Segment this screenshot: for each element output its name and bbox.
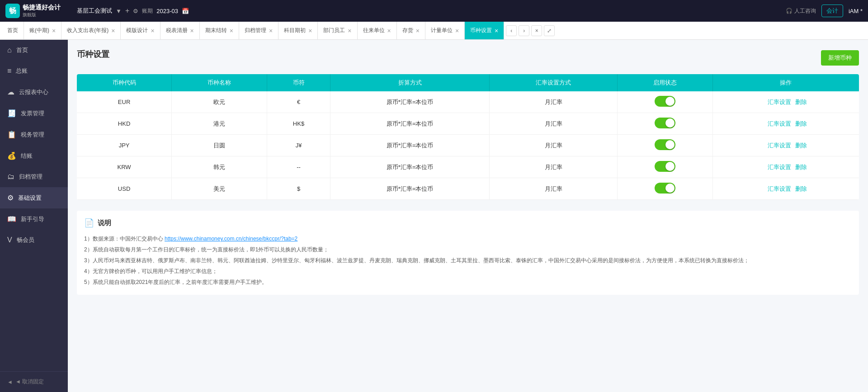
delete-link[interactable]: 删除 bbox=[795, 142, 807, 149]
tab-unit[interactable]: 计量单位 × bbox=[425, 22, 465, 40]
sidebar-item-ledger[interactable]: ≡ 总账 bbox=[0, 61, 68, 81]
tab-home[interactable]: 首页 bbox=[2, 22, 24, 40]
delete-link[interactable]: 删除 bbox=[795, 185, 807, 192]
tab-currency[interactable]: 币种设置 × bbox=[465, 22, 504, 40]
tab-taxform[interactable]: 税表清册 × bbox=[160, 22, 200, 40]
rate-setting-link[interactable]: 汇率设置 bbox=[768, 164, 791, 170]
tab-archive-close[interactable]: × bbox=[269, 27, 273, 34]
delete-link[interactable]: 删除 bbox=[795, 164, 807, 170]
tab-archive[interactable]: 归档管理 × bbox=[239, 22, 278, 40]
ledger-icon: ≡ bbox=[7, 67, 11, 75]
tab-income[interactable]: 收入支出表(年报) × bbox=[61, 22, 121, 40]
rate-setting-link[interactable]: 汇率设置 bbox=[768, 99, 791, 105]
consult-btn[interactable]: 🎧 人工咨询 bbox=[786, 7, 816, 15]
tab-income-label: 收入支出表(年报) bbox=[67, 27, 108, 34]
cell-name: 欧元 bbox=[172, 91, 267, 113]
delete-link[interactable]: 删除 bbox=[795, 99, 807, 105]
tab-inventory[interactable]: 存货 × bbox=[397, 22, 425, 40]
member-icon: V bbox=[7, 236, 12, 244]
new-currency-btn[interactable]: 新增币种 bbox=[821, 50, 859, 66]
tab-inventory-close[interactable]: × bbox=[416, 27, 420, 34]
tab-period-end[interactable]: 期末结转 × bbox=[200, 22, 239, 40]
topbar-center: 基层工会测试 ▼ + ⚙ 账期 2023-03 📅 bbox=[77, 7, 782, 15]
sidebar-item-settings[interactable]: ⚙ 基础设置 bbox=[0, 187, 68, 208]
toggle-switch[interactable] bbox=[655, 139, 675, 150]
sidebar-item-invoice[interactable]: 🧾 发票管理 bbox=[0, 103, 68, 124]
tab-ledger[interactable]: 账(中期) × bbox=[24, 22, 61, 40]
home-icon: ⌂ bbox=[7, 46, 12, 54]
tab-customer-close[interactable]: × bbox=[387, 27, 391, 34]
rate-setting-link[interactable]: 汇率设置 bbox=[768, 185, 791, 192]
tab-navigation: ‹ › × ⤢ bbox=[506, 25, 555, 36]
cell-name: 韩元 bbox=[172, 156, 267, 178]
tab-customer[interactable]: 往来单位 × bbox=[358, 22, 397, 40]
sidebar-tax-label: 税务管理 bbox=[21, 131, 44, 139]
company-dropdown[interactable]: ▼ bbox=[116, 8, 122, 14]
toggle-switch[interactable] bbox=[655, 161, 675, 172]
sidebar: ⌂ 首页 ≡ 总账 ☁ 云报表中心 🧾 发票管理 📋 税务管理 💰 结账 🗂 归… bbox=[0, 40, 68, 392]
rate-setting-link[interactable]: 汇率设置 bbox=[768, 142, 791, 149]
cell-symbol: -- bbox=[267, 156, 330, 178]
tab-next-btn[interactable]: › bbox=[519, 25, 529, 36]
cell-calc: 原币*汇率=本位币 bbox=[330, 113, 490, 135]
tab-template-close[interactable]: × bbox=[151, 27, 154, 34]
tab-income-close[interactable]: × bbox=[111, 27, 115, 34]
tab-ledger-close[interactable]: × bbox=[52, 27, 56, 34]
company-name: 基层工会测试 bbox=[77, 7, 112, 15]
sidebar-item-member[interactable]: V 畅会员 bbox=[0, 230, 68, 250]
toggle-switch[interactable] bbox=[655, 183, 675, 194]
tab-currency-label: 币种设置 bbox=[470, 27, 492, 34]
tab-unit-close[interactable]: × bbox=[455, 27, 459, 34]
sidebar-item-cloud[interactable]: ☁ 云报表中心 bbox=[0, 81, 68, 103]
invoice-icon: 🧾 bbox=[7, 109, 16, 118]
tab-subject[interactable]: 科目期初 × bbox=[278, 22, 318, 40]
toggle-switch[interactable] bbox=[655, 118, 675, 128]
cell-rate-type: 月汇率 bbox=[490, 113, 617, 135]
cell-status bbox=[617, 178, 712, 200]
tab-period-end-close[interactable]: × bbox=[230, 27, 233, 34]
tab-dept[interactable]: 部门员工 × bbox=[318, 22, 357, 40]
tab-taxform-close[interactable]: × bbox=[190, 27, 194, 34]
calendar-icon[interactable]: 📅 bbox=[182, 8, 189, 14]
table-row: HKD 港元 HK$ 原币*汇率=本位币 月汇率 汇率设置 删除 bbox=[77, 113, 859, 135]
sidebar-guide-label: 新手引导 bbox=[21, 215, 44, 223]
toggle-switch[interactable] bbox=[655, 96, 675, 107]
rate-setting-link[interactable]: 汇率设置 bbox=[768, 120, 791, 127]
cell-name: 日圆 bbox=[172, 135, 267, 156]
th-code: 币种代码 bbox=[77, 74, 172, 91]
tab-inventory-label: 存货 bbox=[402, 27, 413, 34]
content-inner: 币种设置 新增币种 币种代码 币种名称 币符 折算方式 汇率设置方式 启用状态 … bbox=[68, 40, 868, 304]
notes-link[interactable]: https://www.chinamoney.com.cn/chinese/bk… bbox=[165, 236, 297, 242]
add-tab-btn[interactable]: + bbox=[125, 7, 129, 15]
tab-close-all-btn[interactable]: × bbox=[531, 25, 542, 36]
tax-icon: 📋 bbox=[7, 130, 16, 139]
sidebar-item-checkout[interactable]: 💰 结账 bbox=[0, 145, 68, 166]
tab-subject-close[interactable]: × bbox=[308, 27, 312, 34]
tab-template-label: 模版设计 bbox=[126, 27, 148, 34]
sidebar-invoice-label: 发票管理 bbox=[21, 109, 44, 118]
sidebar-item-home[interactable]: ⌂ 首页 bbox=[0, 40, 68, 61]
table-row: USD 美元 $ 原币*汇率=本位币 月汇率 汇率设置 删除 bbox=[77, 178, 859, 200]
tab-dept-label: 部门员工 bbox=[323, 27, 345, 34]
cell-code: KRW bbox=[77, 156, 172, 178]
sidebar-item-archive[interactable]: 🗂 归档管理 bbox=[0, 166, 68, 187]
delete-link[interactable]: 删除 bbox=[795, 120, 807, 127]
cell-rate-type: 月汇率 bbox=[490, 156, 617, 178]
tab-dept-close[interactable]: × bbox=[348, 27, 351, 34]
main-layout: ⌂ 首页 ≡ 总账 ☁ 云报表中心 🧾 发票管理 📋 税务管理 💰 结账 🗂 归… bbox=[0, 40, 868, 392]
tab-template[interactable]: 模版设计 × bbox=[121, 22, 160, 40]
sidebar-checkout-label: 结账 bbox=[21, 152, 33, 160]
sidebar-item-guide[interactable]: 📖 新手引导 bbox=[0, 208, 68, 230]
topbar-right: 🎧 人工咨询 会计 iAM * bbox=[786, 5, 863, 17]
sidebar-settings-label: 基础设置 bbox=[18, 194, 42, 202]
settings-icon[interactable]: ⚙ bbox=[133, 8, 138, 14]
sidebar-pin-btn[interactable]: ◄ ◄ 取消固定 bbox=[0, 371, 68, 392]
tab-prev-btn[interactable]: ‹ bbox=[506, 25, 517, 36]
cell-calc: 原币*汇率=本位币 bbox=[330, 178, 490, 200]
tab-expand-btn[interactable]: ⤢ bbox=[544, 25, 555, 36]
sidebar-item-tax[interactable]: 📋 税务管理 bbox=[0, 124, 68, 145]
account-button[interactable]: 会计 bbox=[821, 5, 843, 17]
cell-action: 汇率设置 删除 bbox=[712, 178, 859, 200]
archive-icon: 🗂 bbox=[7, 173, 14, 181]
tab-currency-close[interactable]: × bbox=[495, 27, 498, 34]
